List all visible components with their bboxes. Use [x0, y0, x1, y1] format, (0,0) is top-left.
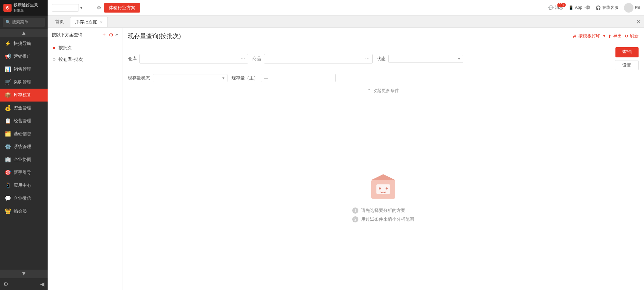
status-select[interactable]: ▾: [388, 55, 463, 63]
message-icon: 💬: [548, 5, 554, 10]
export-button[interactable]: ⬆ 导出: [608, 33, 622, 39]
filter-collapse-row: ⌃ 收起更多条件: [128, 86, 639, 96]
app-download-action[interactable]: 📱 App下载: [569, 5, 590, 11]
filter-area: 仓库 ··· 商品 ···: [122, 43, 644, 100]
product-filter-group: 商品 ···: [252, 54, 373, 64]
sidebar-item-sales[interactable]: 📊 销售管理: [0, 63, 48, 76]
query-button[interactable]: 查询: [615, 47, 639, 57]
stock-qty-label: 现存量（主）: [232, 75, 258, 81]
stock-status-arrow: ▾: [222, 76, 224, 80]
message-action[interactable]: 💬 消息 99+: [548, 5, 563, 11]
main-area: ▾ ⚙ 体验行业方案 💬 消息 99+ 📱 App下载 🎧 在线客服 Rit: [48, 0, 644, 290]
sidebar-item-purchase[interactable]: 🛒 采购管理: [0, 76, 48, 89]
hint-1-text: 请先选择要分析的方案: [361, 207, 405, 214]
sidebar-item-wechat[interactable]: 💬 企业微信: [0, 192, 48, 205]
home-tab-label: 首页: [55, 19, 64, 25]
print-label: 按模板打印: [578, 33, 600, 39]
product-input[interactable]: ···: [264, 54, 373, 64]
print-dropdown-button[interactable]: ▾: [603, 34, 605, 38]
sidebar-item-label: 畅会员: [14, 208, 27, 214]
left-panel-header: 按以下方案查询 ＋ ⚙ «: [48, 28, 122, 42]
stock-qty-input[interactable]: —: [261, 74, 336, 82]
print-button[interactable]: 🖨 按模板打印: [573, 33, 600, 39]
stock-status-filter-group: 现存量状态 ▾: [128, 74, 227, 82]
sidebar-item-enterprise[interactable]: 🏢 企业协同: [0, 153, 48, 166]
newuser-icon: 🎯: [5, 169, 11, 176]
warehouse-dots-button[interactable]: ···: [241, 56, 245, 62]
export-icon: ⬆: [608, 34, 612, 39]
scheme-warehouse-batch-label: 按仓库+批次: [58, 56, 83, 62]
shortcut-icon: ⚡: [5, 40, 11, 47]
filter-settings-button[interactable]: 设置: [615, 60, 639, 70]
stock-status-label: 现存量状态: [128, 75, 150, 81]
status-filter-group: 状态 ▾: [377, 55, 463, 63]
empty-hint-2: 2 用过滤条件来缩小分析范围: [352, 216, 414, 222]
warehouse-label: 仓库: [128, 56, 137, 62]
app-logo: 6: [3, 4, 12, 12]
sidebar: 6 畅康通好生意 标准版 🔍 搜索菜单 ▲ ⚡ 快捷导航 📢 营销推广 📊 销售…: [0, 0, 48, 290]
sidebar-nav: ⚡ 快捷导航 📢 营销推广 📊 销售管理 🛒 采购管理 📦 库存核算 💰 资金管…: [0, 37, 48, 270]
sidebar-item-marketing[interactable]: 📢 营销推广: [0, 50, 48, 63]
sidebar-item-shortcut[interactable]: ⚡ 快捷导航: [0, 37, 48, 50]
message-badge: 99+: [557, 3, 566, 7]
tab-close-button[interactable]: ×: [100, 20, 103, 24]
stock-qty-filter-group: 现存量（主） —: [232, 74, 336, 82]
scroll-down-button[interactable]: ▼: [0, 270, 48, 278]
brand-dropdown-button[interactable]: ▾: [80, 5, 82, 10]
stock-qty-dash: —: [264, 75, 268, 80]
sidebar-item-label: 采购管理: [14, 79, 31, 85]
sidebar-item-finance[interactable]: 💰 资金管理: [0, 102, 48, 114]
brand-input[interactable]: [52, 4, 79, 12]
sidebar-item-member[interactable]: 👑 畅会员: [0, 205, 48, 218]
sidebar-item-newuser[interactable]: 🎯 新手引导: [0, 166, 48, 179]
sidebar-item-label: 营销推广: [14, 53, 31, 59]
inventory-icon: 📦: [5, 92, 11, 98]
scheme-settings-button[interactable]: ⚙: [109, 32, 113, 38]
product-dots-button[interactable]: ···: [365, 56, 370, 62]
hint-2-text: 用过滤条件来缩小分析范围: [361, 216, 414, 222]
topbar-settings-button[interactable]: ⚙: [97, 4, 101, 11]
stock-status-select[interactable]: ▾: [153, 74, 227, 82]
user-name: Rit: [635, 5, 640, 10]
collapse-filters-button[interactable]: ⌃ 收起更多条件: [367, 88, 399, 94]
tab-inventory-batch[interactable]: 库存批次账 ×: [70, 17, 108, 27]
sidebar-item-operations[interactable]: 📋 经营管理: [0, 114, 48, 127]
filter-row-2: 现存量状态 ▾ 现存量（主） —: [128, 74, 639, 82]
search-icon: 🔍: [5, 20, 11, 24]
refresh-button[interactable]: ↻ 刷新: [625, 33, 639, 39]
svg-rect-2: [376, 184, 390, 194]
scheme-item-batch[interactable]: ● 按批次: [48, 42, 122, 54]
sidebar-item-apps[interactable]: 📱 应用中心: [0, 179, 48, 192]
trial-btn[interactable]: 体验行业方案: [104, 3, 140, 13]
sidebar-search[interactable]: 🔍 搜索菜单: [3, 18, 45, 27]
app-download-label: App下载: [575, 5, 590, 11]
close-all-tabs-button[interactable]: ✕: [636, 18, 641, 25]
user-action[interactable]: Rit: [624, 3, 640, 13]
collapse-left-panel-button[interactable]: «: [115, 32, 118, 38]
refresh-icon: ↻: [625, 34, 628, 39]
sidebar-item-label: 经营管理: [14, 118, 31, 124]
system-icon: ⚙️: [5, 144, 11, 150]
scroll-up-button[interactable]: ▲: [0, 29, 48, 37]
marketing-icon: 📢: [5, 53, 11, 59]
svg-marker-1: [371, 174, 395, 180]
sidebar-item-basic[interactable]: 🗂️ 基础信息: [0, 127, 48, 140]
search-label: 搜索菜单: [12, 19, 28, 25]
sidebar-item-system[interactable]: ⚙️ 系统管理: [0, 140, 48, 153]
collapse-sidebar-icon[interactable]: ◀: [40, 281, 44, 287]
left-panel: 按以下方案查询 ＋ ⚙ « ● 按批次 ○ 按仓库+批次: [48, 28, 122, 290]
product-label: 商品: [252, 56, 261, 62]
sidebar-item-label: 销售管理: [14, 66, 31, 72]
filter-row-1: 仓库 ··· 商品 ···: [128, 47, 639, 70]
online-support-action[interactable]: 🎧 在线客服: [596, 5, 618, 11]
settings-footer-icon[interactable]: ⚙: [3, 281, 8, 287]
sidebar-item-inventory[interactable]: 📦 库存核算: [0, 89, 48, 102]
scheme-item-warehouse-batch[interactable]: ○ 按仓库+批次: [48, 54, 122, 65]
active-tab-label: 库存批次账: [75, 19, 97, 25]
warehouse-input[interactable]: ···: [139, 54, 248, 64]
add-scheme-button[interactable]: ＋: [101, 31, 107, 38]
empty-svg: [366, 168, 400, 202]
online-support-label: 在线客服: [602, 5, 618, 11]
sidebar-item-label: 快捷导航: [14, 40, 31, 47]
tab-home[interactable]: 首页: [50, 17, 69, 27]
